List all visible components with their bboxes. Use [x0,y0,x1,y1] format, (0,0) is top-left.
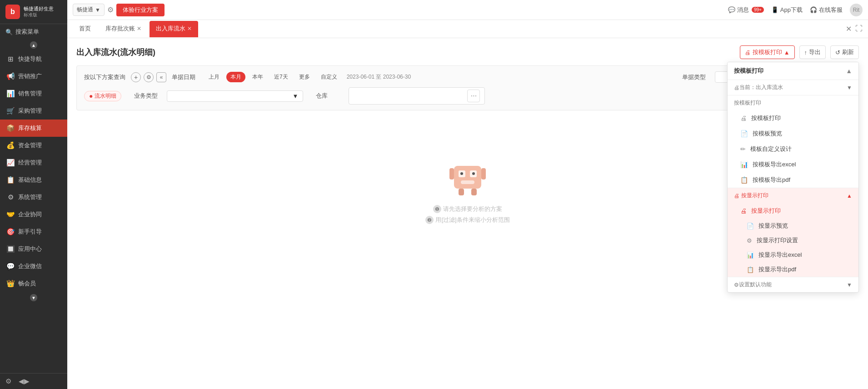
display-print-settings-label: 按显示打印设置 [757,236,798,244]
dropdown-arrow-icon: ▼ [95,7,100,13]
footer-settings-label: 设置默认功能 [739,281,772,289]
export-btn[interactable]: ↑ 导出 [799,45,826,59]
template-export-pdf-label: 按模板导出pdf [753,176,790,184]
dropdown-collapse-btn[interactable]: ▲ [846,67,852,75]
template-custom-item[interactable]: ✏ 模板自定义设计 [728,141,858,157]
sales-icon: 📊 [6,90,15,98]
template-print-item[interactable]: 🖨 按模板打印 [728,110,858,126]
sidebar-item-finance[interactable]: 💰 资金管理 [0,137,67,154]
online-service-btn[interactable]: 🎧 在线客服 [810,6,843,14]
bottom-settings-icon[interactable]: ⚙ [5,377,11,385]
tab-home[interactable]: 首页 [73,21,97,37]
sidebar-item-sales[interactable]: 📊 销售管理 [0,85,67,102]
page-area: 出入库流水(流水明细) 🖨 按模板打印 ▲ ↑ 导出 ↺ 刷新 [67,38,868,389]
warehouse-label: 仓库 [316,92,343,100]
close-all-btn[interactable]: ✕ [846,25,852,33]
tab-batch-accounts-close[interactable]: ✕ [137,25,141,32]
sidebar-item-wechat[interactable]: 💬 企业微信 [0,258,67,275]
template-print-header[interactable]: 按模板打印 [728,95,858,110]
svg-rect-0 [454,166,481,189]
date-current-month[interactable]: 本月 [226,72,245,82]
refresh-btn-label: 刷新 [842,48,854,56]
bottom-toggle-icon[interactable]: ◀▶ [19,377,30,385]
template-export-excel-item[interactable]: 📊 按模板导出excel [728,157,858,172]
topbar-dropdown[interactable]: 畅捷通 ▼ [73,4,105,16]
filter-collapse-btn[interactable]: « [156,72,166,82]
sidebar-item-inventory[interactable]: 📦 库存核算 [0,120,67,137]
sidebar-item-collab[interactable]: 🤝 企业协同 [0,206,67,223]
template-export-pdf-item[interactable]: 📋 按模板导出pdf [728,172,858,188]
display-preview-item[interactable]: 📄 按显示预览 [728,219,858,233]
finance-icon: 💰 [6,141,15,150]
operations-icon: 📈 [6,159,15,167]
filter-settings-btn[interactable]: ⚙ [144,72,154,82]
business-type-select[interactable]: ▼ [167,90,303,102]
dropdown-footer[interactable]: ⚙ 设置默认功能 ▼ [728,277,858,292]
display-export-pdf-item[interactable]: 📋 按显示导出pdf [728,262,858,277]
display-print-header[interactable]: 🖨 按显示打印 ▲ [728,188,858,203]
scroll-up-btn[interactable]: ▲ [30,41,37,49]
sidebar-item-member[interactable]: 👑 畅会员 [0,275,67,292]
scroll-down-btn[interactable]: ▼ [30,294,37,301]
filter-section-label: 按以下方案查询 [84,73,125,81]
print-btn[interactable]: 🖨 按模板打印 ▲ [740,45,795,59]
user-initials: Rit [853,7,860,13]
guide-icon: 🎯 [6,228,15,236]
sidebar-item-label: 系统管理 [18,193,42,201]
tab-home-label: 首页 [79,25,91,33]
dropdown-text: 畅捷通 [77,6,93,14]
business-type-dropdown-icon: ▼ [293,93,299,100]
refresh-btn[interactable]: ↺ 刷新 [830,45,859,59]
display-excel-icon: 📊 [747,252,754,259]
date-current-year[interactable]: 本年 [248,72,267,82]
sidebar-item-system[interactable]: ⚙ 系统管理 [0,189,67,206]
app-center-icon: 🔲 [6,245,15,253]
template-preview-item[interactable]: 📄 按模板预览 [728,126,858,141]
date-more[interactable]: 更多 [295,72,314,82]
display-print-item[interactable]: 🖨 按显示打印 [728,203,858,219]
maximize-btn[interactable]: ⛶ [855,25,863,33]
filter-tag-label: 流水明细 [95,92,116,100]
search-icon: 🔍 [5,29,13,35]
message-icon: 💬 [728,6,735,13]
preview-icon: 📄 [740,130,748,137]
sidebar-search[interactable]: 🔍 搜索菜单 [0,24,67,40]
display-preview-icon: 📄 [747,223,754,229]
message-btn[interactable]: 💬 消息 99+ [728,6,764,14]
current-selection-header[interactable]: 🖨 当前：出入库流水 ▼ [728,80,858,95]
tabs-right-controls: ✕ ⛶ [846,25,863,33]
display-print-item-label: 按显示打印 [751,207,781,215]
display-export-excel-item[interactable]: 📊 按显示导出excel [728,248,858,262]
app-download-btn[interactable]: 📱 App下载 [771,6,803,14]
date-last-7days[interactable]: 近7天 [270,72,292,82]
sidebar-item-label: 畅会员 [18,279,36,288]
sidebar-item-quick-nav[interactable]: ⊞ 快捷导航 [0,50,67,68]
sidebar-item-guide[interactable]: 🎯 新手引导 [0,223,67,240]
warehouse-more-btn[interactable]: ··· [467,90,480,102]
display-pdf-icon: 📋 [747,266,754,273]
template-custom-label: 模板自定义设计 [750,145,792,153]
brand-sub: 标准版 [24,12,54,18]
date-custom[interactable]: 自定义 [317,72,341,82]
warehouse-select[interactable]: ··· [349,87,485,105]
sidebar-item-operations[interactable]: 📈 经营管理 [0,154,67,171]
filter-tag-active[interactable]: ● 流水明细 [84,91,121,101]
sidebar-item-purchase[interactable]: 🛒 采购管理 [0,102,67,120]
display-print-settings-item[interactable]: ⚙ 按显示打印设置 [728,233,858,248]
topbar-gear-icon[interactable]: ⚙ [107,5,114,14]
tab-flow[interactable]: 出入库流水 ✕ [150,21,198,37]
refresh-icon: ↺ [835,49,840,56]
tab-batch-accounts[interactable]: 库存批次账 ✕ [99,21,148,37]
sidebar-item-basic[interactable]: 📋 基础信息 [0,171,67,189]
svg-rect-6 [459,189,464,195]
print-icon: 🖨 [745,49,751,56]
sidebar-item-label: 基础信息 [18,176,42,184]
filter-add-btn[interactable]: + [131,72,141,82]
sidebar-item-marketing[interactable]: 📢 营销推广 [0,68,67,85]
date-last-month[interactable]: 上月 [205,72,224,82]
industry-btn[interactable]: 体验行业方案 [116,4,165,16]
sidebar-item-app-center[interactable]: 🔲 应用中心 [0,240,67,258]
tab-flow-close[interactable]: ✕ [187,25,192,32]
user-avatar-btn[interactable]: Rit [850,4,863,16]
sidebar-item-label: 企业微信 [18,262,42,270]
